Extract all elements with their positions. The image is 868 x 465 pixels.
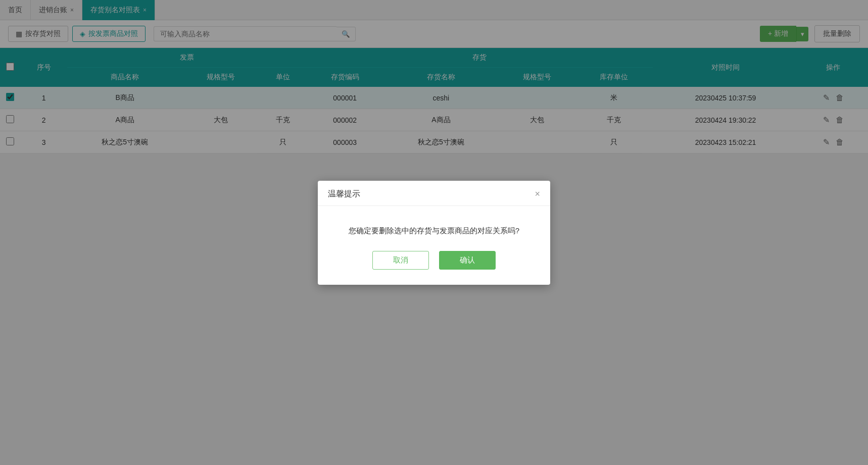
- dialog-overlay: 温馨提示 × 您确定要删除选中的存货与发票商品的对应关系吗? 取消 确认: [0, 0, 868, 153]
